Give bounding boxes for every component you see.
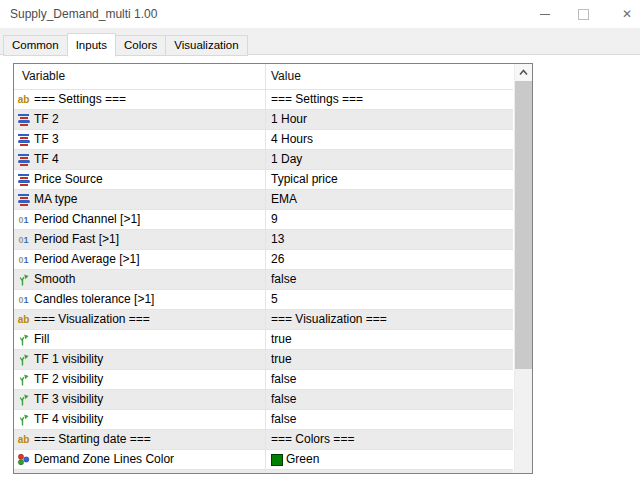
variable-cell: TF 3 [17,130,59,149]
table-row[interactable]: Demand Zone Lines ColorGreen [14,450,513,470]
tab-common[interactable]: Common [3,35,68,56]
string-icon: ab [17,313,30,326]
table-header: Variable Value [14,64,513,90]
variable-name: MA type [34,190,77,209]
table-row[interactable]: Smoothfalse [14,270,513,290]
tabbar: CommonInputsColorsVisualization [3,33,247,56]
value-cell[interactable]: 9 [265,210,513,229]
variable-name: === Visualization === [34,310,150,329]
value-cell[interactable]: 4 Hours [265,130,513,149]
value-cell[interactable]: EMA [265,190,513,209]
table-row[interactable]: ab=== Settings ====== Settings === [14,90,513,110]
variable-name: Period Average [>1] [34,250,140,269]
enum-icon [17,113,30,126]
value-text: 4 Hours [271,130,313,149]
enum-icon [17,173,30,186]
int-icon: 01 [17,233,30,246]
value-cell[interactable]: true [265,330,513,349]
variable-name: Period Fast [>1] [34,230,119,249]
tab-inputs[interactable]: Inputs [67,33,116,57]
variable-name: Price Source [34,170,103,189]
value-text: Typical price [271,170,338,189]
value-text: Green [286,450,319,469]
value-cell[interactable]: Typical price [265,170,513,189]
value-cell[interactable]: 1 Hour [265,110,513,129]
variable-name: === Starting date === [34,430,151,449]
minimize-button[interactable] [528,0,562,28]
int-icon: 01 [17,293,30,306]
variable-cell: TF 4 visibility [17,410,103,429]
value-cell[interactable]: 13 [265,230,513,249]
table-row[interactable]: ab=== Starting date ====== Colors === [14,430,513,450]
color-icon [17,453,30,466]
bool-icon [17,333,30,346]
string-icon: ab [17,93,30,106]
value-text: 5 [271,290,278,309]
value-cell[interactable]: false [265,370,513,389]
value-text: false [271,370,296,389]
column-divider [265,64,266,473]
scrollbar-thumb[interactable] [515,81,532,369]
value-text: false [271,390,296,409]
value-cell[interactable]: 5 [265,290,513,309]
titlebar: Supply_Demand_multi 1.00 ✕ [0,0,640,28]
variable-cell: TF 3 visibility [17,390,103,409]
variable-name: TF 4 [34,150,59,169]
table-row[interactable]: TF 4 visibilityfalse [14,410,513,430]
value-cell[interactable]: === Colors === [265,430,513,449]
table-row[interactable]: TF 41 Day [14,150,513,170]
bool-icon [17,393,30,406]
table-row[interactable]: TF 34 Hours [14,130,513,150]
value-text: 1 Hour [271,110,307,129]
value-text: === Settings === [271,90,363,109]
variable-cell: ab=== Settings === [17,90,126,109]
variable-name: TF 3 visibility [34,390,103,409]
variable-cell: Smooth [17,270,75,289]
enum-icon [17,193,30,206]
chevron-up-icon [518,68,529,77]
value-cell[interactable]: === Visualization === [265,310,513,329]
maximize-button[interactable] [566,0,600,28]
table-row[interactable]: 01Period Average [>1]26 [14,250,513,270]
table-row[interactable]: TF 2 visibilityfalse [14,370,513,390]
tab-colors[interactable]: Colors [115,35,166,56]
variable-cell: Price Source [17,170,103,189]
value-cell[interactable]: Green [265,450,513,469]
close-button[interactable]: ✕ [610,0,640,28]
table-row[interactable]: Supply Zone Lines ColorRed [14,470,513,474]
value-cell[interactable]: Red [265,470,513,474]
value-cell[interactable]: false [265,270,513,289]
scroll-up-button[interactable] [515,64,532,81]
maximize-icon [578,9,589,20]
value-cell[interactable]: 26 [265,250,513,269]
variable-name: === Settings === [34,90,126,109]
table-row[interactable]: ab=== Visualization ====== Visualization… [14,310,513,330]
enum-icon [17,133,30,146]
table-body: ab=== Settings ====== Settings ===TF 21 … [14,90,513,474]
value-text: false [271,410,296,429]
variable-cell: 01Candles tolerance [>1] [17,290,154,309]
value-cell[interactable]: 1 Day [265,150,513,169]
table-row[interactable]: TF 1 visibilitytrue [14,350,513,370]
color-swatch [271,474,283,475]
value-cell[interactable]: false [265,410,513,429]
table-row[interactable]: Price SourceTypical price [14,170,513,190]
table-row[interactable]: MA typeEMA [14,190,513,210]
window-title: Supply_Demand_multi 1.00 [10,0,157,28]
table-row[interactable]: 01Period Channel [>1]9 [14,210,513,230]
table-row[interactable]: 01Period Fast [>1]13 [14,230,513,250]
enum-icon [17,153,30,166]
table-row[interactable]: TF 3 visibilityfalse [14,390,513,410]
tab-visualization[interactable]: Visualization [165,35,247,56]
tab-page-inputs: Variable Value ab=== Settings ====== Set… [0,54,640,480]
table-row[interactable]: 01Candles tolerance [>1]5 [14,290,513,310]
value-text: Red [286,470,308,474]
table-row[interactable]: Filltrue [14,330,513,350]
value-cell[interactable]: false [265,390,513,409]
value-cell[interactable]: === Settings === [265,90,513,109]
value-cell[interactable]: true [265,350,513,369]
variable-name: Smooth [34,270,75,289]
vertical-scrollbar[interactable] [514,64,532,473]
color-swatch [271,454,283,466]
table-row[interactable]: TF 21 Hour [14,110,513,130]
